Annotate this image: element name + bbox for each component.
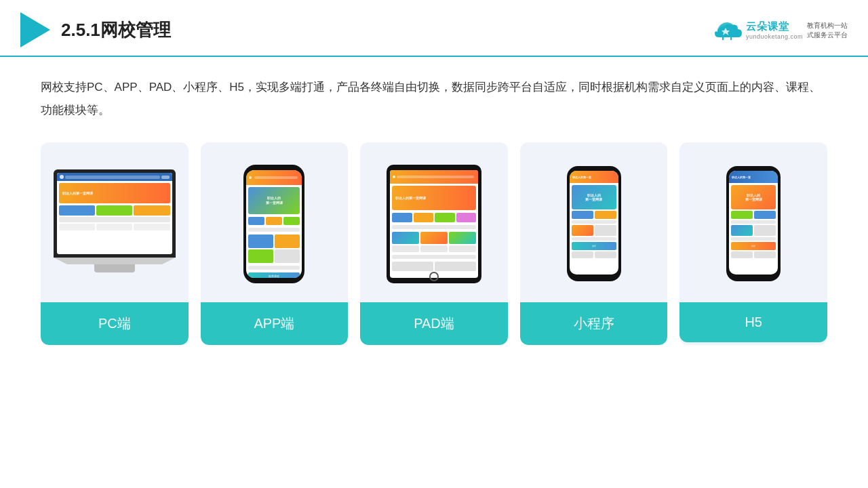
app-phone-icon: 职达人的第一堂网课 [243,165,304,283]
card-app: 职达人的第一堂网课 [201,142,349,345]
header: 2.5.1网校管理 云朵课堂 yunduoketang.com 教育机构一站式服… [0,0,868,57]
card-app-image: 职达人的第一堂网课 [201,156,349,291]
h5-phone-icon: 职达人的第一堂 职达人的第一堂网课 [726,166,781,281]
brand-name: 云朵课堂 [746,20,789,33]
card-pad-label: PAD端 [360,302,508,345]
card-miniprogram: 职达人的第一堂 职达人的第一堂网课 [520,142,668,345]
brand-text-col: 云朵课堂 yunduoketang.com [746,20,803,40]
card-h5-label: H5 [679,302,827,342]
cards-container: 职达人的第一堂网课 [41,142,827,345]
description-text: 网校支持PC、APP、PAD、小程序、H5，实现多端打通，产品各终端自由切换，数… [41,76,827,122]
card-pc: 职达人的第一堂网课 [41,142,189,345]
cloud-icon [712,20,742,40]
brand-logo: 云朵课堂 yunduoketang.com 教育机构一站式服务云平台 [712,20,848,40]
card-app-label: APP端 [201,302,349,345]
card-pad-image: 职达人的第一堂网课 [360,156,508,291]
header-left: 2.5.1网校管理 [20,12,171,47]
brand-slogan: 教育机构一站式服务云平台 [807,21,848,40]
brand-url: yunduoketang.com [746,33,803,40]
logo-triangle-icon [20,12,50,47]
main-content: 网校支持PC、APP、PAD、小程序、H5，实现多端打通，产品各终端自由切换，数… [0,57,868,359]
pc-monitor-icon: 职达人的第一堂网课 [54,169,176,278]
card-pad: 职达人的第一堂网课 [360,142,508,345]
card-h5: 职达人的第一堂 职达人的第一堂网课 [679,142,827,345]
card-pc-label: PC端 [41,302,189,345]
card-pc-image: 职达人的第一堂网课 [41,156,189,291]
card-h5-image: 职达人的第一堂 职达人的第一堂网课 [679,156,827,291]
miniprogram-phone-icon: 职达人的第一堂 职达人的第一堂网课 [567,166,621,281]
card-miniprogram-image: 职达人的第一堂 职达人的第一堂网课 [520,156,668,291]
header-right: 云朵课堂 yunduoketang.com 教育机构一站式服务云平台 [712,20,848,40]
card-miniprogram-label: 小程序 [520,302,668,345]
page-title: 2.5.1网校管理 [61,18,171,42]
pad-tablet-icon: 职达人的第一堂网课 [387,165,481,283]
